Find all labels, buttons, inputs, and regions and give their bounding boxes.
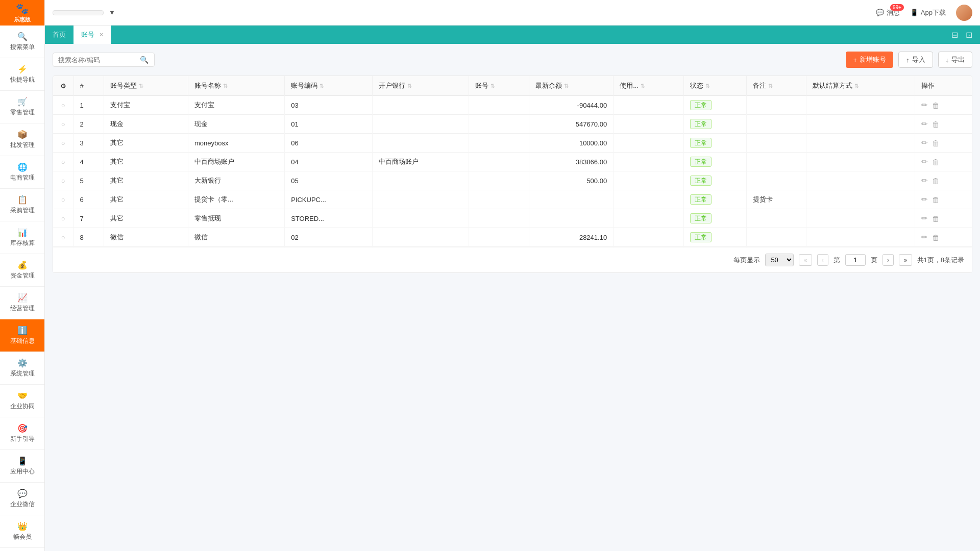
header-right: 💬 消息 99+ 📱 App下载 [876,5,972,21]
minimize-icon[interactable]: ⊟ [949,29,961,41]
cell-usage [614,228,683,247]
cell-actions: ✏ 🗑 [915,228,972,247]
first-page-button[interactable]: « [799,254,812,266]
user-avatar[interactable] [956,5,972,21]
quick-nav-icon: ⚡ [3,64,42,74]
import-button[interactable]: ↑ 导入 [898,52,933,68]
col-remark[interactable]: 备注 ⇅ [746,76,806,96]
edit-button[interactable]: ✏ [921,214,928,223]
col-default-settle-label: 默认结算方式 [813,81,852,90]
edit-button[interactable]: ✏ [921,119,928,129]
sidebar-item-label: 资金管理 [3,271,42,280]
sidebar-item-quick-nav[interactable]: ⚡ 快捷导航 [0,58,44,91]
maximize-icon[interactable]: ⊡ [963,29,975,41]
cell-remark [746,96,806,115]
app-download-btn[interactable]: 📱 App下载 [910,8,946,17]
delete-button[interactable]: 🗑 [932,233,940,242]
delete-button[interactable]: 🗑 [932,214,940,223]
cell-balance: 28241.10 [529,228,613,247]
sidebar-item-label: 经营管理 [3,304,42,313]
delete-button[interactable]: 🗑 [932,195,940,204]
tab-account[interactable]: 账号 × [74,26,111,44]
sidebar-item-finance-mgmt[interactable]: 💰 资金管理 [0,254,44,287]
sidebar-item-search-menu[interactable]: 🔍 搜索菜单 [0,26,44,58]
cell-code: 01 [285,115,373,134]
sidebar-item-wholesale-mgmt[interactable]: 📦 批发管理 [0,123,44,156]
last-page-button[interactable]: » [899,254,912,266]
sidebar-item-ecommerce-mgmt[interactable]: 🌐 电商管理 [0,156,44,189]
col-account[interactable]: 账号 ⇅ [469,76,529,96]
sidebar-item-basic-info[interactable]: ℹ️ 基础信息 [0,319,44,352]
sidebar-item-sys-mgmt[interactable]: ⚙️ 系统管理 [0,352,44,385]
sort-type-icon: ⇅ [139,83,143,89]
biz-wechat-icon: 💬 [3,489,42,498]
col-gear[interactable]: ⚙ [53,76,74,96]
page-input[interactable] [845,254,866,266]
edit-button[interactable]: ✏ [921,157,928,166]
col-bank[interactable]: 开户银行 ⇅ [373,76,469,96]
tab-home[interactable]: 首页 [45,26,74,44]
per-page-select[interactable]: 50 100 200 [765,254,794,266]
col-name-label: 账号名称 [194,81,221,90]
cell-balance: 383866.00 [529,153,613,171]
delete-button[interactable]: 🗑 [932,120,940,129]
search-menu-icon: 🔍 [3,32,42,41]
export-icon: ↓ [946,56,949,64]
sidebar-item-vip-member[interactable]: 👑 畅会员 [0,515,44,548]
sidebar-item-purchase-mgmt[interactable]: 📋 采购管理 [0,189,44,221]
sort-status-icon: ⇅ [705,83,710,89]
col-default-settle[interactable]: 默认结算方式 ⇅ [806,76,915,96]
cell-remark [746,209,806,228]
next-page-button[interactable]: › [883,254,894,266]
sidebar-item-inventory-calc[interactable]: 📊 库存核算 [0,221,44,254]
sidebar-item-biz-wechat[interactable]: 💬 企业微信 [0,483,44,515]
col-balance[interactable]: 最新余额 ⇅ [529,76,613,96]
edit-button[interactable]: ✏ [921,101,928,110]
search-box[interactable]: 🔍 [53,53,155,67]
tab-close-icon[interactable]: × [100,31,103,38]
col-type[interactable]: 账号类型 ⇅ [104,76,188,96]
delete-button[interactable]: 🗑 [932,101,940,110]
cell-default-settle [806,209,915,228]
col-name[interactable]: 账号名称 ⇅ [188,76,285,96]
sidebar-item-biz-agreement[interactable]: 🤝 企业协同 [0,385,44,417]
edit-button[interactable]: ✏ [921,195,928,204]
sidebar-item-operation-mgmt[interactable]: 📈 经营管理 [0,287,44,319]
basic-info-icon: ℹ️ [3,325,42,335]
sidebar-item-label: 应用中心 [3,467,42,476]
prev-page-button[interactable]: ‹ [817,254,828,266]
cell-status: 正常 [683,134,746,153]
cell-status: 正常 [683,209,746,228]
table-row: ○ 7 其它 零售抵现 STORED... 正常 ✏ 🗑 [53,209,972,228]
cell-index: 1 [74,96,104,115]
cell-index: 8 [74,228,104,247]
col-code[interactable]: 账号编码 ⇅ [285,76,373,96]
col-status[interactable]: 状态 ⇅ [683,76,746,96]
sidebar-item-app-center[interactable]: 📱 应用中心 [0,450,44,483]
cell-default-settle [806,228,915,247]
export-button[interactable]: ↓ 导出 [938,52,973,68]
header-dropdown[interactable]: ▼ [109,9,115,16]
cell-bank: 中百商场账户 [373,153,469,171]
cell-status: 正常 [683,190,746,209]
cell-actions: ✏ 🗑 [915,171,972,190]
col-usage[interactable]: 使用... ⇅ [614,76,683,96]
delete-button[interactable]: 🗑 [932,139,940,147]
sidebar-item-retail-mgmt[interactable]: 🛒 零售管理 [0,91,44,123]
cell-default-settle [806,190,915,209]
message-btn[interactable]: 💬 消息 99+ [876,8,900,17]
delete-button[interactable]: 🗑 [932,177,940,185]
edit-button[interactable]: ✏ [921,176,928,185]
cell-index: 4 [74,153,104,171]
cell-remark [746,228,806,247]
sidebar-item-beginner-guide[interactable]: 🎯 新手引导 [0,417,44,450]
cell-name: 微信 [188,228,285,247]
edit-button[interactable]: ✏ [921,233,928,242]
edit-button[interactable]: ✏ [921,138,928,147]
cell-index: 6 [74,190,104,209]
search-input[interactable] [58,56,140,64]
cell-account [469,153,529,171]
delete-button[interactable]: 🗑 [932,158,940,166]
add-account-button[interactable]: + 新增账号 [846,52,893,68]
status-badge: 正常 [690,176,712,186]
